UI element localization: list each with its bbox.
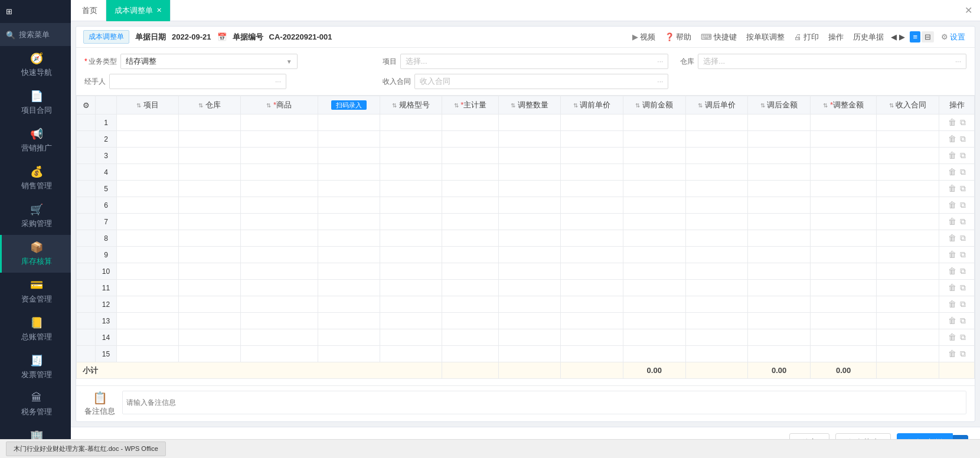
delete-icon[interactable]: 🗑: [948, 200, 956, 210]
sidebar-item-tax[interactable]: 🏛 税务管理: [0, 386, 71, 423]
col-spec[interactable]: ⇅ 规格型号: [380, 96, 442, 114]
delete-icon[interactable]: 🗑: [948, 283, 956, 293]
copy-icon[interactable]: ⧉: [960, 233, 966, 243]
tab-close-right[interactable]: ✕: [960, 5, 977, 16]
scan-btn[interactable]: 扫码录入: [331, 100, 367, 110]
table-row[interactable]: 3🗑⧉: [77, 148, 975, 164]
copy-icon[interactable]: ⧉: [960, 117, 966, 127]
tab-close-icon[interactable]: ✕: [156, 6, 162, 14]
tax-icon: 🏛: [31, 392, 42, 404]
delete-icon[interactable]: 🗑: [948, 184, 956, 194]
toolbar-btn-print[interactable]: 🖨 打印: [792, 31, 821, 44]
tab-home[interactable]: 首页: [74, 0, 106, 21]
col-scan[interactable]: 扫码录入: [318, 96, 380, 114]
sidebar-search[interactable]: 🔍 搜索菜单: [0, 24, 71, 46]
project-input[interactable]: 选择... ···: [400, 54, 669, 69]
table-row[interactable]: 2🗑⧉: [77, 131, 975, 148]
toolbar-btn-history[interactable]: 历史单据: [851, 31, 886, 44]
delete-icon[interactable]: 🗑: [948, 217, 956, 227]
col-prev-amount[interactable]: ⇅ 调前金额: [623, 96, 685, 114]
table-row[interactable]: 13🗑⧉: [77, 313, 975, 329]
col-prev-unit-price[interactable]: ⇅ 调前单价: [561, 96, 623, 114]
table-row[interactable]: 12🗑⧉: [77, 296, 975, 313]
delete-icon[interactable]: 🗑: [948, 299, 956, 309]
table-row[interactable]: 1🗑⧉: [77, 114, 975, 131]
col-warehouse[interactable]: ⇅ 仓库: [178, 96, 240, 114]
settings-btn[interactable]: ⚙ 设置: [939, 31, 968, 44]
toolbar-btn-help[interactable]: ❓ 帮助: [662, 31, 694, 44]
delete-icon[interactable]: 🗑: [948, 167, 956, 177]
copy-icon[interactable]: ⧉: [960, 250, 966, 260]
delete-icon[interactable]: 🗑: [948, 233, 956, 243]
copy-icon[interactable]: ⧉: [960, 184, 966, 194]
prev-icon[interactable]: ◀: [891, 32, 897, 41]
col-settings[interactable]: ⚙: [77, 96, 96, 114]
copy-icon[interactable]: ⧉: [960, 332, 966, 342]
table-row[interactable]: 8🗑⧉: [77, 230, 975, 247]
copy-icon[interactable]: ⧉: [960, 349, 966, 359]
action-cell: 🗑⧉: [939, 346, 975, 362]
copy-icon[interactable]: ⧉: [960, 316, 966, 326]
copy-icon[interactable]: ⧉: [960, 266, 966, 276]
table-row[interactable]: 14🗑⧉: [77, 329, 975, 346]
col-project[interactable]: ⇅ 项目: [117, 96, 179, 114]
copy-icon[interactable]: ⧉: [960, 283, 966, 293]
copy-icon[interactable]: ⧉: [960, 299, 966, 309]
notes-input[interactable]: [122, 391, 966, 414]
handler-input[interactable]: ···: [109, 74, 286, 89]
toolbar-btn-operation[interactable]: 操作: [826, 31, 846, 44]
col-after-unit-price[interactable]: ⇅ 调后单价: [685, 96, 748, 114]
warehouse-input[interactable]: 选择... ···: [698, 54, 966, 69]
sidebar-item-ledger[interactable]: 📒 总账管理: [0, 310, 71, 348]
copy-icon[interactable]: ⧉: [960, 200, 966, 210]
col-income-contract[interactable]: ⇅ 收入合同: [877, 96, 939, 114]
list-view-icon[interactable]: ⊟: [922, 31, 934, 42]
copy-icon[interactable]: ⧉: [960, 151, 966, 161]
delete-icon[interactable]: 🗑: [948, 134, 956, 144]
delete-icon[interactable]: 🗑: [948, 316, 956, 326]
toolbar-btn-shortcut[interactable]: ⌨ 快捷键: [698, 31, 739, 44]
sidebar-item-project-contract[interactable]: 📄 项目合同: [0, 84, 71, 122]
col-adjust-qty[interactable]: ⇅ 调整数量: [498, 96, 561, 114]
table-row[interactable]: 11🗑⧉: [77, 280, 975, 296]
sidebar-item-purchase-mgmt[interactable]: 🛒 采购管理: [0, 197, 71, 235]
sidebar-item-sales-promotion[interactable]: 📢 营销推广: [0, 122, 71, 159]
table-row[interactable]: 7🗑⧉: [77, 214, 975, 230]
delete-icon[interactable]: 🗑: [948, 250, 956, 260]
table-row[interactable]: 4🗑⧉: [77, 164, 975, 181]
table-row[interactable]: 15🗑⧉: [77, 346, 975, 362]
delete-icon[interactable]: 🗑: [948, 266, 956, 276]
table-row[interactable]: 5🗑⧉: [77, 181, 975, 197]
table-row[interactable]: 6🗑⧉: [77, 197, 975, 214]
income-contract-input[interactable]: 收入合同 ···: [414, 74, 669, 89]
sidebar-item-inventory[interactable]: 📦 库存核算: [0, 235, 71, 273]
delete-icon[interactable]: 🗑: [948, 332, 956, 342]
col-after-amount[interactable]: ⇅ 调后金额: [748, 96, 811, 114]
table-row[interactable]: 9🗑⧉: [77, 247, 975, 263]
calendar-icon[interactable]: 📅: [217, 32, 227, 41]
tab-cost-adjust[interactable]: 成本调整单 ✕: [106, 0, 171, 21]
sidebar-item-finance[interactable]: 💳 资金管理: [0, 273, 71, 310]
table-row[interactable]: 10🗑⧉: [77, 263, 975, 280]
delete-icon[interactable]: 🗑: [948, 117, 956, 127]
sort-icon: ⇅: [573, 102, 578, 109]
sidebar-item-quick-nav[interactable]: 🧭 快速导航: [0, 46, 71, 84]
notes-icon[interactable]: 📋 备注信息: [84, 391, 115, 417]
taskbar-item[interactable]: 木门行业好业财处理方案-慕红红.doc - WPS Office: [6, 441, 166, 456]
copy-icon[interactable]: ⧉: [960, 167, 966, 177]
next-icon[interactable]: ▶: [899, 32, 905, 41]
delete-icon[interactable]: 🗑: [948, 151, 956, 161]
grid-view-icon[interactable]: ≡: [910, 31, 920, 42]
col-unit[interactable]: ⇅ *主计量: [442, 96, 498, 114]
copy-icon[interactable]: ⧉: [960, 134, 966, 144]
business-type-input[interactable]: 结存调整 ▼: [120, 54, 298, 69]
sidebar-item-fixed-assets[interactable]: 🏢 固定资产: [0, 423, 71, 439]
sidebar-item-invoice[interactable]: 🧾 发票管理: [0, 348, 71, 386]
delete-icon[interactable]: 🗑: [948, 349, 956, 359]
toolbar-btn-video[interactable]: ▶ 视频: [630, 31, 658, 44]
col-product[interactable]: ⇅ *商品: [240, 96, 318, 114]
toolbar-btn-batch[interactable]: 按单联调整: [744, 31, 787, 44]
col-adjust-amount[interactable]: ⇅ *调整金额: [810, 96, 876, 114]
copy-icon[interactable]: ⧉: [960, 217, 966, 227]
sidebar-item-sales-mgmt[interactable]: 💰 销售管理: [0, 159, 71, 197]
